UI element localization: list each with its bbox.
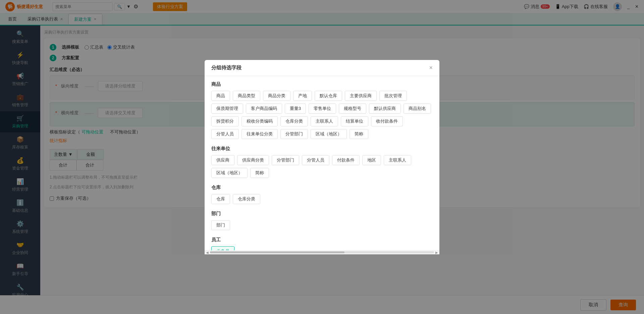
field-tag-tax-code[interactable]: 税收分类编码 <box>241 116 278 126</box>
field-tag-shortname[interactable]: 简称 <box>350 129 368 139</box>
field-tag-supplier-category[interactable]: 供应商分类 <box>237 155 269 165</box>
modal-close-btn[interactable]: × <box>429 65 433 71</box>
field-tag-dept[interactable]: 分管部门 <box>280 129 308 139</box>
field-tag-main-contact2[interactable]: 主联系人 <box>384 155 411 165</box>
field-tag-managed-person[interactable]: 分管人员 <box>302 155 329 165</box>
field-tags-employee: 业务员 <box>211 246 433 250</box>
field-tag-batch-manage[interactable]: 批次管理 <box>379 91 407 101</box>
field-tags-department: 部门 <box>211 220 433 230</box>
field-tag-split-points[interactable]: 拆货积分 <box>211 116 239 126</box>
field-tag-manager[interactable]: 分管人员 <box>211 129 239 139</box>
field-group-counterpart: 往来单位 供应商 供应商分类 分管部门 分管人员 付款条件 地区 主联系人 区域… <box>211 146 433 178</box>
field-tag-product-category[interactable]: 商品分类 <box>263 91 290 101</box>
field-tags-product: 商品 商品类型 商品分类 产地 默认仓库 主要供应商 批次管理 保质期管理 客户… <box>211 91 433 139</box>
field-group-product: 商品 商品 商品类型 商品分类 产地 默认仓库 主要供应商 批次管理 保质期管理… <box>211 81 433 139</box>
field-tag-weight3[interactable]: 重量3 <box>285 104 306 114</box>
field-tags-counterpart: 供应商 供应商分类 分管部门 分管人员 付款条件 地区 主联系人 区域（地区） … <box>211 155 433 178</box>
field-tag-shelf-life[interactable]: 保质期管理 <box>211 104 243 114</box>
field-group-counterpart-title: 往来单位 <box>211 146 433 152</box>
field-group-department: 部门 部门 <box>211 211 433 230</box>
modal-header: 分组待选字段 × <box>205 60 439 76</box>
field-tag-payment-terms[interactable]: 收付款条件 <box>371 116 403 126</box>
field-tag-region2[interactable]: 区域（地区） <box>211 168 248 178</box>
modal-overlay: 分组待选字段 × 商品 商品 商品类型 商品分类 产地 默认仓库 主要供应商 批… <box>0 0 644 314</box>
field-tag-salesperson[interactable]: 业务员 <box>211 246 234 250</box>
field-tag-product[interactable]: 商品 <box>211 91 230 101</box>
field-tag-area[interactable]: 地区 <box>362 155 381 165</box>
hscroll-left-arrow[interactable]: ◀ <box>206 251 209 254</box>
field-tag-origin[interactable]: 产地 <box>293 91 312 101</box>
field-tag-retail-unit[interactable]: 零售单位 <box>309 104 336 114</box>
field-tag-managed-dept[interactable]: 分管部门 <box>272 155 299 165</box>
field-group-warehouse: 仓库 仓库 仓库分类 <box>211 185 433 204</box>
field-tag-supplier[interactable]: 供应商 <box>211 155 234 165</box>
field-tag-main-supplier[interactable]: 主要供应商 <box>345 91 377 101</box>
field-tag-settlement-unit[interactable]: 结算单位 <box>341 116 368 126</box>
field-tag-default-supplier[interactable]: 默认供应商 <box>369 104 401 114</box>
field-tag-product-type[interactable]: 商品类型 <box>233 91 260 101</box>
field-group-product-title: 商品 <box>211 81 433 87</box>
hscroll-thumb <box>210 251 344 253</box>
field-tag-department[interactable]: 部门 <box>211 220 230 230</box>
field-tag-main-contact[interactable]: 主联系人 <box>311 116 338 126</box>
field-tag-customer-code[interactable]: 客户商品编码 <box>246 104 282 114</box>
modal: 分组待选字段 × 商品 商品 商品类型 商品分类 产地 默认仓库 主要供应商 批… <box>205 60 439 254</box>
field-tag-counterpart-category[interactable]: 往来单位分类 <box>241 129 278 139</box>
field-group-employee: 员工 业务员 <box>211 237 433 250</box>
field-group-employee-title: 员工 <box>211 237 433 243</box>
field-tag-region[interactable]: 区域（地区） <box>311 129 347 139</box>
hscroll-track <box>210 251 434 253</box>
field-tags-warehouse: 仓库 仓库分类 <box>211 194 433 204</box>
field-group-department-title: 部门 <box>211 211 433 217</box>
field-tag-warehouse[interactable]: 仓库 <box>211 194 230 204</box>
field-tag-shortname2[interactable]: 简称 <box>250 168 269 178</box>
modal-body: 商品 商品 商品类型 商品分类 产地 默认仓库 主要供应商 批次管理 保质期管理… <box>205 76 439 250</box>
modal-title: 分组待选字段 <box>211 65 241 71</box>
field-tag-payment-condition[interactable]: 付款条件 <box>332 155 360 165</box>
field-group-warehouse-title: 仓库 <box>211 185 433 191</box>
hscroll-right-arrow[interactable]: ▶ <box>435 251 438 254</box>
field-tag-product-alias[interactable]: 商品别名 <box>404 104 431 114</box>
field-tag-spec-model[interactable]: 规格型号 <box>339 104 366 114</box>
field-tag-warehouse-category[interactable]: 仓库分类 <box>280 116 308 126</box>
field-tag-default-warehouse[interactable]: 默认仓库 <box>315 91 342 101</box>
field-tag-warehouse-cat[interactable]: 仓库分类 <box>233 194 260 204</box>
modal-hscroll[interactable]: ◀ ▶ <box>205 250 439 254</box>
